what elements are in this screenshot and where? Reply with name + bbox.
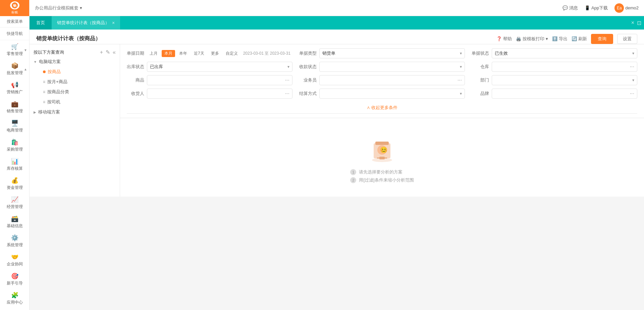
sidebar-item-system[interactable]: ⚙️ 系统管理	[0, 231, 29, 251]
date-pill-custom[interactable]: 自定义	[223, 50, 240, 57]
search-menu-label[interactable]: 搜索菜单	[2, 19, 27, 24]
filter-date: 单据日期 上月 本月 本年 近7天 更多 自定义 20	[127, 50, 292, 57]
tab-close-btn[interactable]: ×	[112, 20, 115, 25]
refresh-icon: 🔄	[572, 36, 577, 41]
brand-control[interactable]: ···	[492, 89, 637, 99]
hint2-num: 2	[350, 177, 356, 183]
query-button[interactable]: 查询	[591, 34, 613, 44]
brand-dots[interactable]: ···	[630, 91, 634, 97]
base-label: 基础信息	[7, 223, 23, 229]
empty-hints: 1 请先选择要分析的方案 2 用[过滤]条件来缩小分析范围	[350, 169, 414, 183]
scheme-group-mobile-header[interactable]: ▶ 移动端方案	[30, 107, 120, 117]
empty-hint-2: 2 用[过滤]条件来缩小分析范围	[350, 177, 414, 183]
content-body: 按以下方案查询 + ✎ « ▼ 电脑端方案	[30, 44, 644, 197]
sidebar-item-ecommerce[interactable]: 🖥️ 电商管理	[0, 117, 29, 136]
sidebar-item-marketing[interactable]: 📢 营销推广	[0, 79, 29, 98]
warehouse-dots[interactable]: ···	[630, 64, 634, 70]
sidebar-item-retail[interactable]: 🛒 零售管理 ▼	[0, 40, 29, 59]
date-pill-this-month[interactable]: 本月	[162, 50, 175, 57]
settlement-label: 结算方式	[299, 91, 319, 97]
date-pill-more[interactable]: 更多	[208, 50, 222, 57]
receipt-status-control[interactable]: ▾	[319, 62, 465, 72]
sidebar-item-sales[interactable]: 💼 销售管理	[0, 98, 29, 117]
scheme-edit-btn[interactable]: ✎	[106, 49, 110, 55]
doc-status-control[interactable]: 已生效 ▾	[492, 48, 637, 58]
scheme-item-by-category[interactable]: ≡ 按商品分类	[39, 87, 120, 97]
salesman-control[interactable]: ···	[319, 75, 465, 85]
goods-dots[interactable]: ···	[285, 77, 289, 83]
tab-min-btn[interactable]: ×	[631, 20, 634, 26]
app-download-label: App下载	[591, 5, 608, 11]
out-status-label: 出库状态	[127, 64, 147, 70]
dept-arrow: ▾	[632, 78, 634, 83]
tab-max-btn[interactable]: ⊡	[637, 20, 641, 26]
mobile-group-label: 移动端方案	[38, 109, 60, 115]
filter-out-status: 出库状态 已出库 ▾	[127, 62, 292, 72]
receiver-dots[interactable]: ···	[285, 91, 289, 97]
hint2-text: 用[过滤]条件来缩小分析范围	[359, 177, 414, 183]
brand-label: 品牌	[472, 91, 492, 97]
help-btn[interactable]: ❓ 帮助	[496, 36, 512, 42]
sidebar-item-purchase[interactable]: 🛍️ 采购管理	[0, 136, 29, 155]
sidebar-item-operations[interactable]: 📈 经营管理	[0, 193, 29, 212]
app-download-btn[interactable]: 📱 App下载	[585, 5, 608, 11]
scheme-item-by-month-goods[interactable]: ≡ 按月+商品	[39, 77, 120, 87]
industry-dropdown-icon: ▾	[80, 5, 82, 10]
out-status-control[interactable]: 已出库 ▾	[147, 62, 292, 72]
retail-label: 零售管理	[7, 51, 23, 57]
doc-type-control[interactable]: 销货单 ▾	[319, 48, 465, 58]
user-menu[interactable]: Ea demo2	[614, 3, 639, 13]
collapse-bar[interactable]: ∧ 收起更多条件	[127, 102, 637, 114]
sidebar-item-cooperation[interactable]: 🤝 企业协同	[0, 251, 29, 270]
wholesale-icon: 📦	[11, 62, 18, 69]
date-pill-this-year[interactable]: 本年	[176, 50, 190, 57]
sidebar-search-section[interactable]: 搜索菜单	[0, 16, 29, 28]
sidebar-item-wholesale[interactable]: 📦 批发管理 ▲	[0, 59, 29, 79]
tab-active[interactable]: 销货单统计计表（按商品） ×	[52, 16, 120, 30]
goods-control[interactable]: ···	[147, 75, 292, 85]
scheme-item-by-goods[interactable]: 按商品	[39, 67, 120, 77]
scheme-header: 按以下方案查询 + ✎ «	[30, 48, 120, 57]
scheme-group-desktop-header[interactable]: ▼ 电脑端方案	[30, 57, 120, 67]
setting-button[interactable]: 设置	[617, 34, 637, 44]
scheme-title: 按以下方案查询	[34, 49, 64, 55]
quick-nav-section[interactable]: 快捷导航	[0, 28, 29, 40]
filter-row-3: 商品 ··· 业务员 ···	[127, 75, 637, 85]
scheme-add-btn[interactable]: +	[100, 49, 103, 55]
message-btn[interactable]: 💬 消息	[562, 5, 578, 11]
sidebar-item-guide[interactable]: 🎯 新手引导	[0, 270, 29, 289]
scheme-item-by-driver[interactable]: ≡ 按司机	[39, 97, 120, 107]
sidebar-item-inventory[interactable]: 📊 库存核算	[0, 155, 29, 174]
warehouse-control[interactable]: ···	[492, 62, 637, 72]
svg-text:畅: 畅	[13, 4, 16, 7]
sidebar-item-finance[interactable]: 💰 资金管理	[0, 174, 29, 193]
ecommerce-label: 电商管理	[7, 127, 23, 133]
sidebar-item-appstore[interactable]: 🧩 应用中心	[0, 289, 29, 308]
scheme-collapse-btn[interactable]: «	[113, 49, 116, 55]
sidebar-item-base[interactable]: 🗃️ 基础信息	[0, 212, 29, 231]
print-template-btn[interactable]: 🖨️ 按模板打印 ▾	[516, 36, 548, 42]
filter-doc-type: 单据类型 销货单 ▾	[299, 48, 465, 58]
operations-label: 经营管理	[7, 204, 23, 210]
receiver-control[interactable]: ···	[147, 89, 292, 99]
tab-controls: × ⊡	[631, 20, 641, 26]
appstore-label: 应用中心	[7, 300, 23, 305]
salesman-dots[interactable]: ···	[458, 77, 462, 83]
settlement-control[interactable]: ▾	[319, 89, 465, 99]
purchase-icon: 🛍️	[11, 139, 18, 146]
date-pill-last-month[interactable]: 上月	[147, 50, 160, 57]
svg-rect-4	[375, 142, 389, 145]
industry-selector[interactable]: 办公用品行业模拟账套 ▾	[35, 5, 82, 11]
tab-home[interactable]: 首页	[30, 16, 52, 30]
scheme-driver-label: 按司机	[47, 99, 60, 105]
quick-nav-label[interactable]: 快捷导航	[0, 30, 29, 38]
date-pill-7days[interactable]: 近7天	[191, 50, 207, 57]
empty-illustration: 😊	[365, 132, 399, 165]
top-header: 办公用品行业模拟账套 ▾ 💬 消息 📱 App下载 Ea demo2	[30, 0, 644, 16]
collapse-label[interactable]: ∧ 收起更多条件	[367, 105, 398, 111]
refresh-btn[interactable]: 🔄 刷新	[572, 36, 587, 42]
sidebar-item-wechat[interactable]: 💬 企业微信	[0, 308, 29, 310]
dept-control[interactable]: ▾	[492, 75, 637, 85]
export-btn[interactable]: ⬆️ 导出	[552, 36, 568, 42]
ecommerce-icon: 🖥️	[11, 119, 18, 127]
